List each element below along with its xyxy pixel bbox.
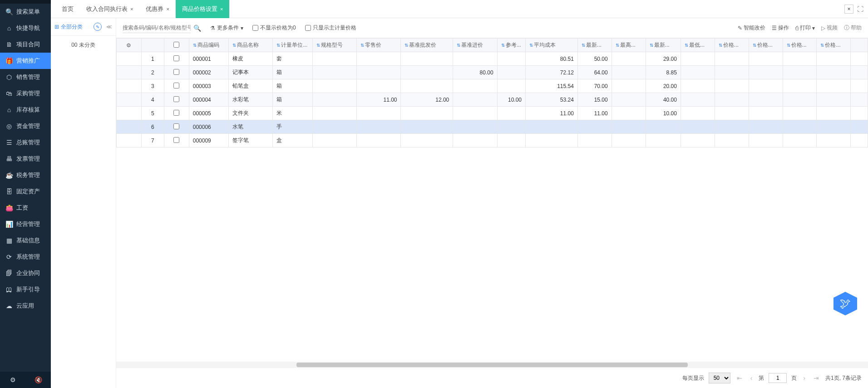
all-categories-button[interactable]: ⊞ 全部分类 xyxy=(54,23,83,31)
column-header-3[interactable]: ⇅规格型号 xyxy=(312,39,356,52)
cell-wholesale[interactable]: 12.00 xyxy=(401,93,453,107)
select-all-header[interactable] xyxy=(164,39,189,52)
sidebar-item-14[interactable]: ▦基础信息 xyxy=(0,232,51,249)
row-checkbox-cell[interactable] xyxy=(164,66,189,79)
settings-button[interactable]: ⚙ xyxy=(0,372,25,388)
cell-ref[interactable]: 10.00 xyxy=(497,93,525,107)
cell-p3[interactable] xyxy=(783,52,817,66)
cell-p2[interactable] xyxy=(749,107,783,120)
column-header-4[interactable]: ⇅零售价 xyxy=(357,39,401,52)
table-row[interactable]: 2000002记事本箱80.0072.1264.008.85 xyxy=(117,66,868,79)
cell-ref[interactable] xyxy=(497,120,525,134)
column-header-6[interactable]: ⇅基准进价 xyxy=(453,39,497,52)
gear-column-header[interactable]: ⚙ xyxy=(117,39,142,52)
edit-categories-button[interactable]: ✎ xyxy=(94,23,102,31)
row-checkbox[interactable] xyxy=(173,137,179,143)
search-input[interactable] xyxy=(123,23,191,33)
table-row[interactable]: 7000009签字笔盒 xyxy=(117,134,868,147)
sidebar-item-12[interactable]: 👛工资 xyxy=(0,200,51,216)
cell-p4[interactable] xyxy=(817,79,851,93)
column-header-9[interactable]: ⇅最新... xyxy=(577,39,612,52)
sidebar-item-1[interactable]: ⌂快捷导航 xyxy=(0,20,51,36)
last-page-button[interactable]: ⇥ xyxy=(812,374,821,382)
main-unit-only-input[interactable] xyxy=(305,25,311,31)
row-checkbox[interactable] xyxy=(173,110,179,116)
cell-ref[interactable] xyxy=(497,79,525,93)
column-header-16[interactable]: ⇅价格... xyxy=(817,39,851,52)
sidebar-item-3[interactable]: 🎁营销推广 xyxy=(0,53,51,69)
tab-1[interactable]: 收入合同执行表× xyxy=(80,0,139,18)
cell-ref[interactable] xyxy=(497,134,525,147)
cell-p2[interactable] xyxy=(749,79,783,93)
table-wrap[interactable]: ⚙⇅商品编码⇅商品名称⇅计量单位...⇅规格型号⇅零售价⇅基准批发价⇅基准进价⇅… xyxy=(116,38,868,362)
sidebar-item-9[interactable]: 🖶发票管理 xyxy=(0,151,51,167)
sidebar-item-0[interactable]: 🔍搜索菜单 xyxy=(0,4,51,20)
cell-p1[interactable] xyxy=(715,120,749,134)
sidebar-item-16[interactable]: 🗐企业协同 xyxy=(0,265,51,281)
sidebar-item-17[interactable]: 🕮新手引导 xyxy=(0,281,51,298)
cell-p2[interactable] xyxy=(749,134,783,147)
sidebar-item-10[interactable]: ☕税务管理 xyxy=(0,167,51,183)
sidebar-item-6[interactable]: ⌂库存核算 xyxy=(0,102,51,118)
sidebar-item-18[interactable]: ☁云应用 xyxy=(0,298,51,314)
row-checkbox-cell[interactable] xyxy=(164,52,189,66)
cell-p2[interactable] xyxy=(749,66,783,79)
sidebar-item-2[interactable]: 🗎项目合同 xyxy=(0,36,51,53)
sidebar-item-5[interactable]: 🛍采购管理 xyxy=(0,85,51,102)
cell-retail[interactable] xyxy=(357,66,401,79)
column-header-1[interactable]: ⇅商品名称 xyxy=(229,39,273,52)
cell-purchase[interactable] xyxy=(453,107,497,120)
cell-purchase[interactable] xyxy=(453,79,497,93)
sidebar-item-8[interactable]: ☰总账管理 xyxy=(0,134,51,151)
next-page-button[interactable]: › xyxy=(801,374,807,382)
cell-p4[interactable] xyxy=(817,107,851,120)
select-all-checkbox[interactable] xyxy=(173,42,179,48)
cell-wholesale[interactable] xyxy=(401,52,453,66)
row-checkbox-cell[interactable] xyxy=(164,93,189,107)
cell-retail[interactable]: 11.00 xyxy=(357,93,401,107)
column-header-11[interactable]: ⇅最新... xyxy=(646,39,681,52)
table-row[interactable]: 4000004水彩笔箱11.0012.0010.0053.2415.0040.0… xyxy=(117,93,868,107)
cell-purchase[interactable] xyxy=(453,134,497,147)
row-gear[interactable] xyxy=(117,120,142,134)
cell-retail[interactable] xyxy=(357,79,401,93)
cell-p2[interactable] xyxy=(749,93,783,107)
page-input[interactable] xyxy=(769,373,787,383)
cell-retail[interactable] xyxy=(357,134,401,147)
per-page-select[interactable]: 50 xyxy=(709,373,730,383)
row-gear[interactable] xyxy=(117,107,142,120)
smart-edit-button[interactable]: ✎ 智能改价 xyxy=(738,24,765,32)
row-gear[interactable] xyxy=(117,93,142,107)
table-row[interactable]: 3000003铅笔盒箱115.5470.0020.00 xyxy=(117,79,868,93)
row-checkbox-cell[interactable] xyxy=(164,79,189,93)
cell-p1[interactable] xyxy=(715,52,749,66)
column-header-5[interactable]: ⇅基准批发价 xyxy=(401,39,453,52)
close-all-tabs-button[interactable]: × xyxy=(844,5,853,14)
sound-button[interactable]: 🔇 xyxy=(25,372,51,388)
sidebar-item-11[interactable]: 🗄固定资产 xyxy=(0,183,51,200)
row-checkbox[interactable] xyxy=(173,55,179,61)
fullscreen-button[interactable]: ⛶ xyxy=(857,5,863,13)
cell-p2[interactable] xyxy=(749,52,783,66)
sidebar-item-15[interactable]: ⟳系统管理 xyxy=(0,249,51,265)
cell-purchase[interactable] xyxy=(453,120,497,134)
cell-purchase[interactable] xyxy=(453,93,497,107)
main-unit-only-checkbox[interactable]: 只显示主计量价格 xyxy=(305,24,356,32)
search-icon[interactable]: 🔍 xyxy=(193,25,201,32)
cell-p3[interactable] xyxy=(783,93,817,107)
cell-p1[interactable] xyxy=(715,79,749,93)
column-header-15[interactable]: ⇅价格... xyxy=(783,39,817,52)
row-gear[interactable] xyxy=(117,79,142,93)
cell-ref[interactable] xyxy=(497,66,525,79)
cell-p1[interactable] xyxy=(715,93,749,107)
tab-close-icon[interactable]: × xyxy=(220,6,223,12)
column-header-13[interactable]: ⇅价格... xyxy=(715,39,749,52)
cell-wholesale[interactable] xyxy=(401,79,453,93)
cell-p3[interactable] xyxy=(783,66,817,79)
more-conditions-button[interactable]: ⚗ 更多条件 ▾ xyxy=(210,24,243,32)
cell-p3[interactable] xyxy=(783,79,817,93)
cell-wholesale[interactable] xyxy=(401,107,453,120)
row-checkbox-cell[interactable] xyxy=(164,120,189,134)
sidebar-item-4[interactable]: ⬡销售管理 xyxy=(0,69,51,85)
tab-close-icon[interactable]: × xyxy=(166,6,169,12)
